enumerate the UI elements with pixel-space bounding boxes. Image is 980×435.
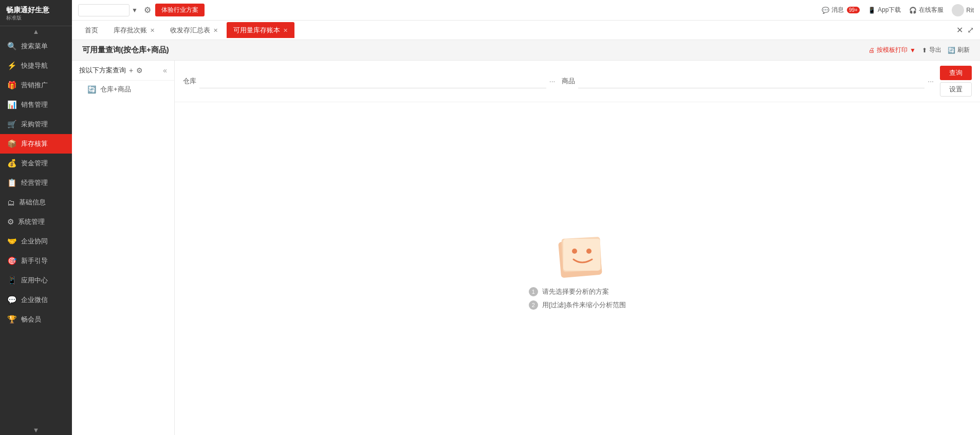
content-area: 按以下方案查询 + ⚙ « 🔄 仓库+商品 仓库 ··· 商品 [72, 61, 980, 435]
purchase-icon: 🛒 [7, 120, 17, 129]
svg-point-3 [572, 249, 577, 254]
print-label: 按模板打印 [877, 46, 908, 54]
print-template-btn[interactable]: 🖨 按模板打印 ▼ [868, 46, 916, 54]
warehouse-goods-icon: 🔄 [87, 85, 96, 93]
sidebar-label-finance: 资金管理 [21, 159, 48, 168]
tab-batch-account-close[interactable]: ✕ [150, 27, 155, 34]
avatar [952, 4, 964, 16]
tab-batch-account[interactable]: 库存批次账 ✕ [107, 22, 161, 38]
tabs-bar: 首页 库存批次账 ✕ 收发存汇总表 ✕ 可用量库存账本 ✕ ✕ ⤢ [72, 21, 980, 40]
query-button[interactable]: 查询 [940, 66, 972, 80]
topbar-app-download[interactable]: 📱 App下载 [868, 6, 901, 14]
warehouse-input[interactable] [199, 74, 546, 88]
guide-icon: 🎯 [7, 256, 17, 266]
empty-tip-1: 1 请先选择要分析的方案 [529, 287, 626, 296]
topbar-gear-icon[interactable]: ⚙ [144, 5, 151, 15]
filter-bar: 仓库 ··· 商品 ··· 查询 设置 [175, 61, 980, 102]
finance-icon: 💰 [7, 159, 17, 168]
inventory-icon: 📦 [7, 139, 17, 148]
marketing-icon: 🎁 [7, 81, 17, 90]
app-download-label: App下载 [878, 6, 901, 14]
topbar-notification[interactable]: 💬 消息 99+ [822, 6, 860, 14]
refresh-btn[interactable]: 🔄 刷新 [948, 46, 970, 54]
empty-tips: 1 请先选择要分析的方案 2 用[过滤]条件来缩小分析范围 [529, 287, 626, 310]
vip-icon: 🏆 [7, 315, 17, 324]
goods-filter-field: 商品 ··· [562, 74, 934, 88]
warehouse-filter-field: 仓库 ··· [183, 74, 556, 88]
search-icon: 🔍 [7, 42, 17, 51]
sidebar-label-basic: 基础信息 [19, 198, 46, 207]
sidebar-label-quick-nav: 快捷导航 [21, 61, 48, 70]
online-service-label: 在线客服 [919, 6, 944, 14]
print-dropdown-icon[interactable]: ▼ [910, 47, 916, 54]
filter-header-label: 按以下方案查询 [79, 66, 126, 75]
sidebar-scroll-up[interactable]: ▲ [0, 26, 72, 36]
tab-close-all-icon[interactable]: ✕ [956, 25, 963, 35]
sidebar-label-inventory: 库存核算 [21, 139, 48, 148]
page-title: 可用量查询(按仓库+商品) [82, 45, 169, 55]
topbar-dropdown-icon[interactable]: ▼ [132, 7, 138, 14]
sidebar-label-wechat: 企业微信 [21, 295, 48, 305]
sidebar-item-operation[interactable]: 📋 经营管理 [0, 173, 72, 193]
sidebar-item-app-center[interactable]: 📱 应用中心 [0, 271, 72, 290]
sidebar-item-guide[interactable]: 🎯 新手引导 [0, 251, 72, 271]
sidebar-item-wechat[interactable]: 💬 企业微信 [0, 290, 72, 310]
tab-receivable-summary[interactable]: 收发存汇总表 ✕ [163, 22, 225, 38]
tab-receivable-summary-close[interactable]: ✕ [213, 27, 218, 34]
tab-home[interactable]: 首页 [78, 22, 105, 38]
sidebar-item-purchase[interactable]: 🛒 采购管理 [0, 115, 72, 134]
sidebar-item-sales[interactable]: 📊 销售管理 [0, 95, 72, 115]
refresh-label: 刷新 [957, 46, 970, 54]
settings-button[interactable]: 设置 [940, 82, 972, 97]
user-name: Rit [966, 7, 974, 14]
tab-available-ledger-close[interactable]: ✕ [283, 27, 288, 34]
sidebar-item-inventory[interactable]: 📦 库存核算 [0, 134, 72, 154]
goods-more-icon[interactable]: ··· [928, 77, 934, 85]
filter-add-icon[interactable]: + [129, 66, 133, 74]
sidebar-label-marketing: 营销推广 [21, 81, 48, 90]
sidebar-label-search: 搜索菜单 [21, 42, 48, 51]
notification-label: 消息 [831, 6, 844, 14]
tab-available-ledger-label: 可用量库存账本 [233, 26, 280, 35]
page-header-right: 🖨 按模板打印 ▼ ⬆ 导出 🔄 刷新 [868, 46, 970, 54]
trial-button[interactable]: 体验行业方案 [155, 4, 205, 16]
topbar-search: ▼ [78, 4, 138, 16]
filter-settings-icon[interactable]: ⚙ [136, 66, 143, 74]
online-service-icon: 🎧 [909, 7, 917, 14]
export-label: 导出 [929, 46, 941, 54]
filter-item-warehouse-goods[interactable]: 🔄 仓库+商品 [72, 81, 174, 98]
enterprise-icon: 🤝 [7, 237, 17, 246]
quick-nav-icon: ⚡ [7, 61, 17, 70]
app-download-icon: 📱 [868, 7, 876, 14]
sidebar-item-basic[interactable]: 🗂 基础信息 [0, 193, 72, 212]
filter-collapse-icon[interactable]: « [163, 66, 167, 74]
sidebar-item-search[interactable]: 🔍 搜索菜单 [0, 36, 72, 56]
right-main: 仓库 ··· 商品 ··· 查询 设置 [175, 61, 980, 435]
topbar-online-service[interactable]: 🎧 在线客服 [909, 6, 944, 14]
topbar-search-input[interactable] [78, 4, 130, 16]
tip1-num: 1 [529, 287, 538, 296]
topbar-user[interactable]: Rit [952, 4, 974, 16]
sidebar-label-enterprise: 企业协同 [21, 237, 48, 246]
tab-available-ledger[interactable]: 可用量库存账本 ✕ [227, 22, 294, 38]
sidebar-item-finance[interactable]: 💰 资金管理 [0, 154, 72, 173]
sidebar-label-app-center: 应用中心 [21, 276, 48, 285]
sidebar-item-quick-nav[interactable]: ⚡ 快捷导航 [0, 56, 72, 75]
svg-point-4 [586, 249, 591, 254]
sidebar-item-marketing[interactable]: 🎁 营销推广 [0, 75, 72, 95]
sidebar-scroll-down[interactable]: ▼ [0, 425, 72, 435]
sidebar-item-enterprise[interactable]: 🤝 企业协同 [0, 232, 72, 251]
sidebar-item-vip[interactable]: 🏆 畅会员 [0, 310, 72, 329]
goods-input[interactable] [578, 74, 925, 88]
sidebar-label-purchase: 采购管理 [21, 120, 48, 129]
sidebar-item-system[interactable]: ⚙ 系统管理 [0, 212, 72, 232]
sidebar-label-sales: 销售管理 [21, 100, 48, 109]
print-icon: 🖨 [868, 47, 875, 54]
page-header: 可用量查询(按仓库+商品) 🖨 按模板打印 ▼ ⬆ 导出 🔄 刷新 [72, 40, 980, 61]
export-btn[interactable]: ⬆ 导出 [922, 46, 941, 54]
notification-icon: 💬 [822, 7, 829, 14]
warehouse-more-icon[interactable]: ··· [549, 77, 556, 85]
sidebar-label-vip: 畅会员 [21, 315, 41, 324]
sidebar-logo: 畅康通好生意 标准版 [0, 0, 72, 26]
tab-expand-icon[interactable]: ⤢ [967, 25, 974, 35]
